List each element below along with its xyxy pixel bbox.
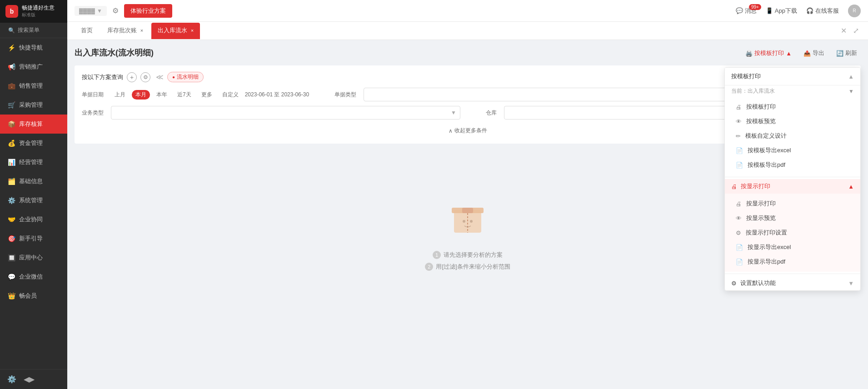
display-preview-label: 按显示预览 — [746, 214, 776, 222]
content-area: 出入库流水(流水明细) 🖨️ 按模板打印 ▲ 📤 导出 🔄 刷新 按以下方案查询… — [67, 40, 868, 389]
template-print-section: 🖨 按模板打印 👁 按模板预览 ✏ 模板自定义设计 📄 按模板导出excel 📄 — [725, 97, 860, 175]
tab-home-label: 首页 — [81, 27, 93, 34]
sidebar-item-sales[interactable]: 💼 销售管理 — [0, 76, 67, 95]
sidebar-item-label: 经营管理 — [19, 158, 43, 166]
date-btn-more[interactable]: 更多 — [198, 90, 216, 100]
display-excel-item[interactable]: 📄 按显示导出excel — [725, 240, 860, 254]
sidebar-item-inventory[interactable]: 📦 库存核算 — [0, 115, 67, 134]
tab-home[interactable]: 首页 — [75, 23, 99, 39]
print-dropdown-chevron[interactable]: ▲ — [848, 73, 854, 80]
step-num-2: 2 — [425, 263, 433, 271]
display-pdf-item[interactable]: 📄 按显示导出pdf — [725, 254, 860, 269]
template-print-item[interactable]: 🖨 按模板打印 — [725, 100, 860, 114]
sidebar-item-purchase[interactable]: 🛒 采购管理 — [0, 95, 67, 115]
preview2-icon: 👁 — [736, 215, 742, 222]
date-btn-this-year[interactable]: 本年 — [153, 90, 171, 100]
sidebar-item-operation[interactable]: 📊 经营管理 — [0, 153, 67, 172]
display-preview-item[interactable]: 👁 按显示预览 — [725, 211, 860, 225]
inventory-icon: 📦 — [7, 120, 15, 128]
print-btn-label: 按模板打印 — [754, 49, 784, 57]
finance-icon: 💰 — [7, 139, 15, 147]
date-btn-7days[interactable]: 近7天 — [174, 90, 195, 100]
enterprise-icon: 🤝 — [7, 215, 15, 224]
online-service-btn[interactable]: 🎧 在线客服 — [806, 7, 839, 15]
filter-settings-btn[interactable]: ⚙ — [140, 72, 150, 82]
display-settings-item[interactable]: ⚙ 按显示打印设置 — [725, 225, 860, 240]
sidebar-logo: b 畅捷通好生意 标准版 — [0, 0, 67, 23]
export-btn[interactable]: 📤 导出 — [800, 47, 828, 59]
sidebar-item-label: 采购管理 — [19, 101, 43, 109]
business-type-select[interactable]: ▼ — [111, 106, 460, 120]
business-type-dropdown-icon: ▼ — [451, 110, 456, 116]
sidebar-item-finance[interactable]: 💰 资金管理 — [0, 134, 67, 153]
sidebar-item-app-center[interactable]: 🔲 应用中心 — [0, 248, 67, 267]
app-download-label: App下载 — [775, 7, 797, 15]
tab-inout-label: 出入库流水 — [158, 27, 187, 34]
filter-tag[interactable]: ● 流水明细 — [167, 72, 204, 82]
filter-add-btn[interactable]: + — [127, 72, 137, 82]
filter-collapse-icon[interactable]: ≪ — [156, 73, 164, 81]
sidebar-item-label: 快捷导航 — [19, 44, 43, 52]
avatar-text: R — [848, 5, 861, 17]
preview-icon: 👁 — [736, 118, 742, 125]
sidebar-item-marketing[interactable]: 📢 营销推广 — [0, 57, 67, 76]
set-default-btn[interactable]: ⚙ 设置默认功能 ▼ — [725, 276, 860, 290]
tab-close-all-icon[interactable]: ✕ — [839, 25, 848, 37]
template-excel-label: 按模板导出excel — [748, 146, 791, 155]
tab-expand-icon[interactable]: ⤢ — [851, 25, 861, 37]
tab-batch-close[interactable]: × — [140, 28, 143, 33]
display-print-icon: 🖨 — [731, 183, 737, 190]
empty-step-2: 2 用[过滤]条件来缩小分析范围 — [425, 263, 510, 271]
refresh-icon: 🔄 — [836, 50, 843, 57]
app-download-icon: 📱 — [766, 7, 773, 14]
display-print-item[interactable]: 🖨 按显示打印 — [725, 196, 860, 211]
template-custom-label: 模板自定义设计 — [745, 132, 787, 140]
sidebar: b 畅捷通好生意 标准版 🔍 搜索菜单 ⚡ 快捷导航 📢 营销推广 💼 销售管理… — [0, 0, 67, 389]
shortcuts-icon: ⚡ — [7, 44, 15, 52]
set-default-arrow: ▼ — [848, 280, 854, 287]
refresh-btn[interactable]: 🔄 刷新 — [833, 47, 861, 59]
empty-step-2-label: 用[过滤]条件来缩小分析范围 — [436, 263, 510, 271]
template-excel-item[interactable]: 📄 按模板导出excel — [725, 143, 860, 158]
topbar: ▓▓▓▓ ▼ ⚙ 体验行业方案 💬 消息 99+ 📱 App下载 🎧 在线客服 … — [67, 0, 868, 22]
app-download-btn[interactable]: 📱 App下载 — [766, 7, 797, 15]
system-icon: ⚙️ — [7, 196, 15, 204]
collapse-sidebar-icon[interactable]: ◀▶ — [24, 375, 35, 384]
topbar-gear-icon[interactable]: ⚙ — [112, 6, 119, 15]
sidebar-item-guide[interactable]: 🎯 新手引导 — [0, 229, 67, 248]
sidebar-item-basic[interactable]: 🗂️ 基础信息 — [0, 172, 67, 191]
template-pdf-item[interactable]: 📄 按模板导出pdf — [725, 158, 860, 172]
settings-dropdown-btn[interactable]: ▼ — [848, 87, 854, 95]
bill-type-label: 单据类型 — [334, 91, 356, 99]
display-print-section-title[interactable]: 🖨 按显示打印 ▲ — [725, 179, 860, 194]
default-icon: ⚙ — [731, 280, 737, 287]
sidebar-item-system[interactable]: ⚙️ 系统管理 — [0, 191, 67, 210]
main-area: ▓▓▓▓ ▼ ⚙ 体验行业方案 💬 消息 99+ 📱 App下载 🎧 在线客服 … — [67, 0, 868, 389]
tab-inout-close[interactable]: × — [191, 28, 194, 33]
sidebar-item-shortcuts[interactable]: ⚡ 快捷导航 — [0, 38, 67, 57]
date-btn-last-month[interactable]: 上月 — [111, 90, 129, 100]
template-preview-item[interactable]: 👁 按模板预览 — [725, 114, 860, 129]
sidebar-item-enterprise[interactable]: 🤝 企业协同 — [0, 210, 67, 229]
date-label: 单据日期 — [82, 91, 104, 99]
user-display[interactable]: ▓▓▓▓ ▼ — [75, 6, 107, 16]
sidebar-item-wechat[interactable]: 💬 企业微信 — [0, 267, 67, 286]
collapse-label: 收起更多条件 — [454, 127, 487, 135]
tab-inout[interactable]: 出入库流水 × — [151, 23, 200, 39]
trial-btn[interactable]: 体验行业方案 — [124, 4, 172, 18]
message-icon: 💬 — [736, 7, 743, 14]
sidebar-search[interactable]: 🔍 搜索菜单 — [0, 23, 67, 38]
sidebar-item-vip[interactable]: 👑 畅会员 — [0, 286, 67, 305]
tab-batch[interactable]: 库存批次账 × — [101, 23, 150, 39]
message-btn[interactable]: 💬 消息 99+ — [736, 7, 757, 15]
sidebar-bottom: ⚙️ ◀▶ — [0, 369, 67, 389]
settings-icon[interactable]: ⚙️ — [7, 375, 16, 384]
printer-icon: 🖨 — [736, 104, 742, 110]
date-btn-custom[interactable]: 自定义 — [219, 90, 242, 100]
template-custom-item[interactable]: ✏ 模板自定义设计 — [725, 129, 860, 143]
print-btn[interactable]: 🖨️ 按模板打印 ▲ — [742, 47, 795, 59]
user-avatar[interactable]: R — [848, 5, 861, 17]
template-pdf-label: 按模板导出pdf — [748, 161, 785, 169]
sidebar-item-label: 企业微信 — [19, 273, 43, 281]
date-btn-this-month[interactable]: 本月 — [132, 90, 150, 100]
